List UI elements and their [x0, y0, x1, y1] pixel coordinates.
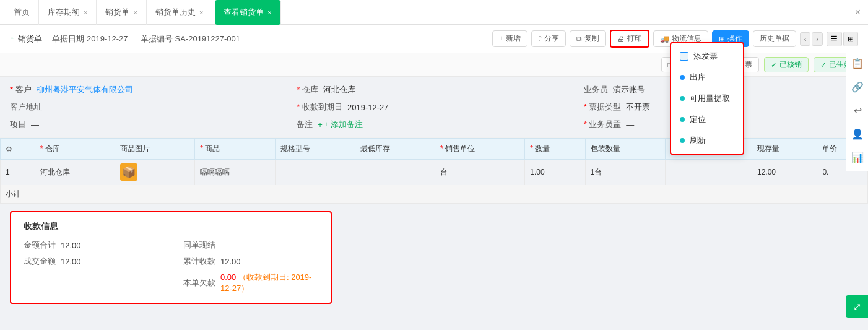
col-current-stock: 现存量 [752, 139, 817, 160]
same-order-value: — [220, 241, 228, 250]
customer-label: 客户 [10, 84, 32, 95]
col-spec: 规格型号 [275, 139, 355, 160]
tab-inventory[interactable]: 库存期初 × [39, 0, 97, 25]
close-inventory-tab[interactable]: × [84, 9, 87, 16]
payment-date-label: 收款到期日 [297, 102, 342, 113]
row-pack-qty: 1台 [585, 160, 665, 185]
total-value: 12.00 [61, 241, 81, 250]
staff-value: 演示账号 [613, 84, 645, 95]
doc-type-label: 销货单 [18, 33, 42, 45]
close-history-tab[interactable]: × [199, 9, 203, 16]
grid-view-button[interactable]: ⊞ [843, 32, 858, 46]
refresh-item[interactable]: 刷新 [671, 130, 743, 151]
col-unit: 销售单位 [435, 139, 525, 160]
available-dot [680, 96, 685, 101]
tab-home[interactable]: 首页 [5, 0, 39, 25]
note-label: 备注 [297, 119, 313, 130]
total-row: 金额合计 12.00 [24, 240, 158, 251]
operation-dropdown: 添发票 出库 可用量提取 定位 刷新 [670, 42, 744, 155]
view-toggle: ☰ ⊞ [827, 32, 858, 46]
outstanding-row: 本单欠款 0.00 （收款到期日: 2019-12-27） [183, 272, 318, 294]
print-icon: 🖨 [617, 35, 625, 43]
row-available [666, 160, 752, 185]
table-row: 1 河北仓库 📦 嗝嗝嗝嗝 台 1.00 1台 [1, 160, 868, 185]
row-warehouse: 河北仓库 [35, 160, 115, 185]
total-label: 金额合计 [24, 240, 56, 251]
right-sidebar: 📋 🔗 ↩ 👤 📊 [846, 50, 868, 171]
row-image: 📦 [115, 160, 194, 185]
copy-button[interactable]: ⧉ 复制 [570, 30, 606, 47]
tab-view-sales[interactable]: 查看销货单 × [215, 0, 280, 25]
doc-meta: 单据日期 2019-12-27 单据编号 SA-20191227-001 [52, 33, 240, 45]
add-invoice-checkbox [680, 52, 688, 61]
transaction-value: 12.00 [61, 257, 81, 266]
cumulative-label: 累计收款 [183, 256, 215, 267]
payment-info-box: 收款信息 金额合计 12.00 成交金额 12.00 同单现结 — [10, 211, 332, 304]
doc-date-label: 单据日期 2019-12-27 [52, 33, 128, 45]
print-button[interactable]: 🖨 打印 [610, 30, 649, 48]
payment-title: 收款信息 [24, 221, 318, 232]
address-label: 客户地址 [10, 102, 42, 113]
row-product: 嗝嗝嗝嗝 [195, 160, 275, 185]
truck-icon: 🚚 [660, 35, 669, 43]
col-min-stock: 最低库存 [355, 139, 435, 160]
tab-sales[interactable]: 销货单 × [97, 0, 146, 25]
share-button[interactable]: ⤴ 分享 [531, 30, 566, 47]
invoice-value: 不开票 [626, 102, 650, 113]
close-view-sales-tab[interactable]: × [267, 9, 271, 16]
cumulative-value: 12.00 [220, 257, 241, 266]
project-field: 项目 — [10, 119, 284, 130]
outbound-dot [680, 75, 685, 80]
expand-icon[interactable]: ⤢ [846, 295, 868, 318]
close-sales-tab[interactable]: × [133, 9, 137, 16]
copy-icon: ⧉ [576, 35, 582, 43]
sidebar-icon-5[interactable]: 📊 [846, 146, 868, 168]
locate-dot [680, 117, 685, 122]
check-icon: ✓ [771, 61, 777, 69]
subtotal-label: 小计 [1, 185, 868, 204]
warehouse-field: 仓库 河北仓库 [297, 84, 571, 95]
sales-staff-label: 业务员孟 [584, 119, 622, 130]
sidebar-icon-2[interactable]: 🔗 [846, 76, 868, 98]
customer-value: 柳州粤港平安气体有限公司 [37, 84, 133, 95]
col-image: 商品图片 [115, 139, 194, 160]
locate-item[interactable]: 定位 [671, 109, 743, 130]
row-unit: 台 [435, 160, 525, 185]
project-label: 项目 [10, 119, 26, 130]
add-invoice-item[interactable]: 添发票 [671, 46, 743, 67]
warehouse-value: 河北仓库 [323, 84, 355, 95]
sidebar-icon-4[interactable]: 👤 [846, 123, 868, 145]
add-note-button[interactable]: + + 添加备注 [318, 119, 363, 130]
cumulative-row: 累计收款 12.00 [183, 256, 318, 267]
window-close-button[interactable]: × [855, 7, 861, 18]
doc-type-icon: ↑ [10, 34, 14, 44]
warehouse-label: 仓库 [297, 84, 318, 95]
col-warehouse: 仓库 [35, 139, 115, 160]
outbound-item[interactable]: 出库 [671, 67, 743, 88]
tab-sales-history[interactable]: 销货单历史 × [147, 0, 212, 25]
address-value: — [47, 103, 55, 112]
list-view-button[interactable]: ☰ [827, 32, 842, 46]
checked-sales-button[interactable]: ✓ 已核销 [764, 57, 809, 72]
col-settings[interactable]: ⚙ [1, 139, 35, 160]
share-icon: ⤴ [538, 35, 542, 43]
col-qty: 数量 [525, 139, 585, 160]
col-product: 商品 [195, 139, 275, 160]
doc-title: ↑ 销货单 [10, 33, 42, 45]
next-doc-button[interactable]: › [812, 32, 823, 46]
transaction-row: 成交金额 12.00 [24, 256, 158, 267]
prev-doc-button[interactable]: ‹ [800, 32, 811, 46]
doc-number-label: 单据编号 SA-20191227-001 [141, 33, 241, 45]
sidebar-icon-1[interactable]: 📋 [846, 52, 868, 74]
sidebar-icon-3[interactable]: ↩ [846, 99, 868, 121]
customer-field: 客户 柳州粤港平安气体有限公司 [10, 84, 284, 95]
col-pack-qty: 包装数量 [585, 139, 665, 160]
available-pick-item[interactable]: 可用量提取 [671, 88, 743, 109]
nav-arrows: ‹ › [800, 32, 823, 46]
row-qty: 1.00 [525, 160, 585, 185]
row-current-stock: 12.00 [752, 160, 817, 185]
new-button[interactable]: + 新增 [492, 30, 527, 47]
history-button[interactable]: 历史单据 [753, 30, 796, 47]
row-min-stock [355, 160, 435, 185]
settings-icon[interactable]: ⚙ [6, 145, 12, 154]
